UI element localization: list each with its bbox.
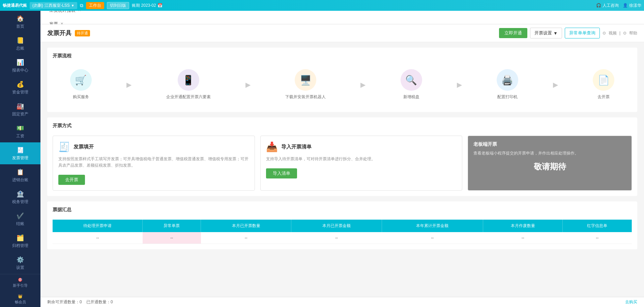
immediate-open-button[interactable]: 立即开通 (499, 28, 527, 38)
stats-cell-1[interactable]: -- (143, 232, 201, 244)
sidebar-item-funds[interactable]: 💰资金管理 (0, 77, 40, 99)
sidebar-item-home[interactable]: 🏠首页 (0, 11, 40, 33)
sidebar-item-salary[interactable]: 💵工资 (0, 120, 40, 142)
stats-cell-4: -- (382, 232, 483, 244)
page-title-row: 发票开具 待开通 (47, 29, 90, 37)
stats-header-5: 本月作废数量 (483, 220, 562, 232)
sidebar-item-reports[interactable]: 📊报表中心 (0, 55, 40, 77)
period-label: 账期 (132, 3, 140, 8)
period-display: 账期 2023-02 📅 (132, 3, 163, 8)
sidebar-label-funds: 资金管理 (12, 89, 28, 95)
process-step-taxbox[interactable]: 🔍 新增税盘 (401, 69, 422, 100)
stats-section: 票据汇总 待处理开票申请异常单票本月已开票数量本月已开票金额本年累计开票金额本月… (47, 201, 637, 249)
stats-title: 票据汇总 (53, 207, 632, 213)
billing-section: 开票方式 🧾 发票填开 支持按照发票样式手工填写开发票；可开具增值税电子普通发票… (47, 117, 637, 196)
main-layout: 🏠首页📒总账📊报表中心💰资金管理🏭固定资产💵工资🧾发票管理📋进销台账🏦税务管理✔… (0, 11, 644, 307)
company-selector[interactable]: (勿删) 江西服室-LSS ▼ (30, 2, 77, 9)
switch-old-button[interactable]: 切到旧版 (107, 2, 129, 9)
settings-icon: ⚙️ (17, 256, 24, 263)
stats-header-0: 待处理开票申请 (53, 220, 143, 232)
header-extras: ⊙ 视频 | ⊙ 帮助 (603, 30, 637, 36)
tax-icon: 🏦 (17, 190, 24, 198)
app-logo: 畅捷通易代账 (3, 3, 27, 8)
step-icon-open: 📄 (593, 69, 614, 91)
process-step-open[interactable]: 📄 去开票 (593, 69, 614, 100)
sidebar-item-invoice-mgmt[interactable]: 🧾发票管理 (0, 142, 40, 164)
company-prefix: (勿删) (32, 3, 43, 8)
sidebar-item-settings[interactable]: ⚙️设置 (0, 252, 40, 274)
process-step-config[interactable]: 📱 企业开通配置开票六要素 (166, 69, 211, 100)
step-icon-buy: 🛒 (70, 69, 92, 91)
sidebar-item-tax[interactable]: 🏦税务管理 (0, 186, 40, 208)
help-icon[interactable]: ⊙ (623, 31, 626, 35)
stats-table: 待处理开票申请异常单票本月已开票数量本月已开票金额本年累计开票金额本月作废数量红… (53, 220, 632, 244)
step-icon-config: 📱 (178, 69, 199, 91)
sidebar-item-assets[interactable]: 🏭固定资产 (0, 99, 40, 120)
sidebar-item-guide[interactable]: 🎯新手引导 (0, 274, 40, 291)
import-billing-card: 📥 导入开票清单 支持导入待开票清单，可对待开票清单进行拆分、合并处理。 导入清… (260, 136, 463, 191)
old-card-title: 老板端开票 (473, 141, 626, 147)
video-icon[interactable]: ⊙ (603, 31, 606, 35)
sidebar-item-vip[interactable]: 👑畅会员 (0, 291, 40, 307)
calendar-icon[interactable]: 📅 (157, 3, 163, 8)
process-step-printer[interactable]: 🖨️ 配置打印机 (497, 69, 518, 100)
billing-methods: 🧾 发票填开 支持按照发票样式手工填写开发票；可开具增值税电子普通发票、增值税普… (53, 136, 632, 191)
step-label-download: 下载并安装开票机器人 (285, 94, 326, 100)
user-icon: 👤 (623, 3, 628, 8)
workspace-button[interactable]: 工作台 (86, 2, 104, 9)
sidebar-item-purchase[interactable]: 📋进销台账 (0, 164, 40, 186)
process-step-download[interactable]: 🖥️ 下载并安装开票机器人 (285, 69, 326, 100)
page-header: 发票开具 待开通 立即开通 开票设置 ▼ 异常单单查询 ⊙ 视频 | ⊙ 帮助 (40, 24, 644, 42)
user-menu[interactable]: 👤 徐漾华 (623, 3, 641, 8)
page-title: 发票开具 (47, 29, 71, 37)
help-label[interactable]: 帮助 (629, 30, 637, 36)
guide-icon: 🎯 (18, 278, 23, 282)
process-section: 开票流程 🛒 购买服务 ▶ 📱 企业开通配置开票六要素 ▶ 🖥️ 下载并安装开票… (47, 48, 637, 112)
company-name: 江西服室-LSS (45, 3, 70, 8)
sidebar-bottom-items: 🎯新手引导👑畅会员 (0, 274, 40, 307)
sidebar-label-vip: 畅会员 (15, 300, 26, 305)
sidebar-label-archive: 归档管理 (12, 243, 28, 249)
stats-header-6: 红字信息单 (563, 220, 632, 232)
process-steps: 🛒 购买服务 ▶ 📱 企业开通配置开票六要素 ▶ 🖥️ 下载并安装开票机器人 ▶… (53, 66, 632, 107)
sidebar-label-guide: 新手引导 (13, 283, 28, 288)
status-badge: 待开通 (75, 30, 90, 36)
funds-icon: 💰 (17, 81, 24, 88)
stats-header-3: 本月已开票金额 (291, 220, 382, 232)
video-label[interactable]: 视频 (609, 30, 617, 36)
buy-link[interactable]: 去购买 (625, 299, 637, 305)
tab-salary-report[interactable]: 工资统计报表✕ (45, 11, 86, 18)
archive-icon: 🗂️ (17, 234, 24, 242)
stats-cell-2: -- (201, 232, 291, 244)
sidebar-item-ledger[interactable]: 📒总账 (0, 33, 40, 55)
opened-label: 已开通数量：0 (86, 300, 113, 304)
process-step-buy[interactable]: 🛒 购买服务 (70, 69, 92, 100)
sidebar-label-invoice-mgmt: 发票管理 (12, 155, 28, 161)
old-card-desc: 查看老板端小程序提交的开票申请，并作出相应处理操作。 (473, 150, 626, 156)
step-arrow-3: ▶ (457, 81, 462, 89)
support-button[interactable]: 🎧 人工咨询 (596, 3, 619, 8)
stats-cell-5: -- (483, 232, 562, 244)
step-label-config: 企业开通配置开票六要素 (166, 94, 211, 100)
stats-header-2: 本月已开票数量 (201, 220, 291, 232)
footer-info: 剩余可开通数量：0 已开通数量：0 (47, 299, 113, 305)
sidebar: 🏠首页📒总账📊报表中心💰资金管理🏭固定资产💵工资🧾发票管理📋进销台账🏦税务管理✔… (0, 11, 40, 307)
settings-button[interactable]: 开票设置 ▼ (530, 28, 562, 38)
main-area: 首页工资表✕工资统计报表✕发票✕发票测算✕发票开具✕ 发票开具 待开通 立即开通… (40, 11, 644, 307)
content-body: 开票流程 🛒 购买服务 ▶ 📱 企业开通配置开票六要素 ▶ 🖥️ 下载并安装开票… (40, 42, 644, 297)
copy-button[interactable]: ⧉ (80, 3, 83, 8)
process-title: 开票流程 (53, 53, 632, 59)
manual-open-button[interactable]: 去开票 (58, 175, 85, 185)
support-label: 人工咨询 (603, 3, 619, 8)
sidebar-item-archive[interactable]: 🗂️归档管理 (0, 230, 40, 252)
sidebar-item-settlement[interactable]: ✔️结账 (0, 208, 40, 230)
step-arrow-1: ▶ (245, 81, 251, 89)
step-arrow-2: ▶ (360, 81, 365, 89)
sidebar-items: 🏠首页📒总账📊报表中心💰资金管理🏭固定资产💵工资🧾发票管理📋进销台账🏦税务管理✔… (0, 11, 40, 274)
top-bar: 畅捷通易代账 (勿删) 江西服室-LSS ▼ ⧉ 工作台 切到旧版 账期 202… (0, 0, 644, 11)
import-button[interactable]: 导入清单 (266, 168, 297, 178)
exception-query-button[interactable]: 异常单单查询 (565, 28, 600, 38)
headset-icon: 🎧 (596, 3, 601, 8)
tab-close-salary-report[interactable]: ✕ (78, 11, 81, 12)
stats-cell-0: -- (53, 232, 143, 244)
